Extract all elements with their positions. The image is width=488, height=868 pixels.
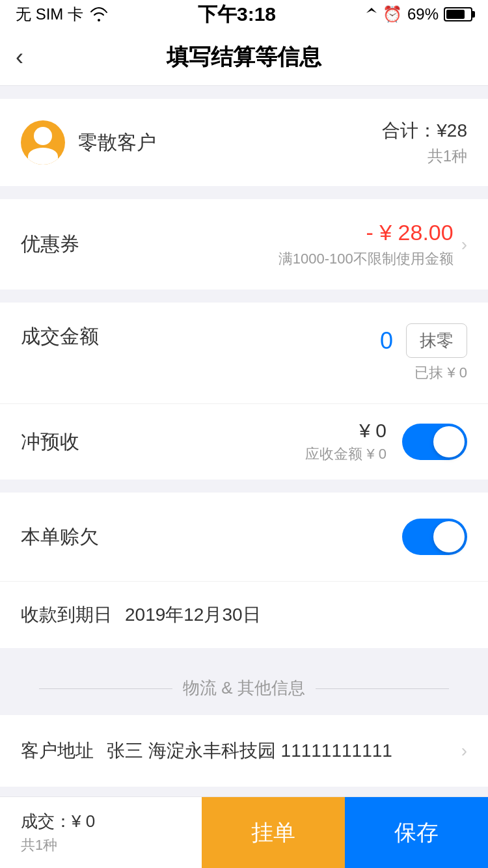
prepay-label: 冲预收: [21, 429, 79, 455]
wifi-icon: [90, 7, 108, 21]
deal-label: 成交金额: [21, 323, 99, 350]
location-icon: [366, 7, 377, 21]
prepay-amount: ¥ 0: [305, 420, 386, 442]
logistics-title: 物流 & 其他信息: [183, 678, 305, 698]
address-label: 客户地址: [21, 739, 94, 763]
due-date-value: 2019年12月30日: [125, 603, 261, 627]
page-title: 填写结算等信息: [167, 42, 321, 72]
credit-section: 本单赊欠 收款到期日 2019年12月30日: [0, 493, 488, 648]
no-sim-text: 无 SIM 卡: [16, 4, 83, 25]
coupon-row[interactable]: 优惠券 - ¥ 28.00 满1000-100不限制使用金额 ›: [0, 199, 488, 290]
back-button[interactable]: ‹: [16, 44, 23, 71]
already-zero-text: 已抹 ¥ 0: [354, 363, 467, 383]
bottom-deal-label: 成交：: [21, 811, 72, 831]
battery-percent: 69%: [407, 5, 439, 23]
total-count: 共1种: [382, 146, 467, 167]
prepay-receivable: 应收金额 ¥ 0: [305, 444, 386, 464]
status-right: ⏰ 69%: [366, 5, 472, 23]
deal-value-wrap: 0 抹零: [354, 323, 467, 358]
hang-order-button[interactable]: 挂单: [202, 797, 345, 869]
bottom-deal-amount: 成交：¥ 0: [21, 810, 181, 833]
deal-amount-row: 成交金额 0 抹零 已抹 ¥ 0: [0, 303, 488, 403]
logistics-text-wrap: 物流 & 其他信息: [172, 677, 316, 699]
due-date-label: 收款到期日: [21, 603, 112, 627]
address-row[interactable]: 客户地址 张三 海淀永丰科技园 11111111111 ›: [0, 715, 488, 787]
bottom-info: 成交：¥ 0 共1种: [0, 810, 202, 855]
credit-toggle-knob: [433, 521, 465, 552]
deal-amount-value[interactable]: 0: [354, 327, 393, 355]
bottom-bar: 成交：¥ 0 共1种 挂单 保存: [0, 796, 488, 868]
main-content: 零散客户 合计：¥28 共1种 优惠券 - ¥ 28.00 满1000-100不…: [0, 99, 488, 868]
battery-icon: [444, 7, 472, 21]
logistics-header: 物流 & 其他信息: [0, 661, 488, 715]
deal-section: 成交金额 0 抹零 已抹 ¥ 0 冲预收 ¥ 0 应收金额 ¥ 0: [0, 303, 488, 480]
status-time: 下午3:18: [198, 1, 276, 28]
credit-toggle[interactable]: [402, 519, 467, 555]
prepayment-row: 冲预收 ¥ 0 应收金额 ¥ 0: [0, 403, 488, 480]
customer-avatar: [21, 120, 65, 165]
address-chevron-icon: ›: [461, 740, 467, 761]
coupon-section[interactable]: 优惠券 - ¥ 28.00 满1000-100不限制使用金额 ›: [0, 199, 488, 290]
credit-label: 本单赊欠: [21, 524, 99, 550]
customer-name: 零散客户: [78, 129, 156, 156]
status-left: 无 SIM 卡: [16, 4, 108, 25]
status-bar: 无 SIM 卡 下午3:18 ⏰ 69%: [0, 0, 488, 29]
customer-row: 零散客户 合计：¥28 共1种: [0, 99, 488, 186]
nav-bar: ‹ 填写结算等信息: [0, 29, 488, 86]
customer-section: 零散客户 合计：¥28 共1种: [0, 99, 488, 186]
coupon-value-wrap: - ¥ 28.00 满1000-100不限制使用金额: [278, 220, 454, 269]
coupon-amount: - ¥ 28.00: [278, 220, 454, 245]
total-amount: 合计：¥28: [382, 118, 467, 143]
customer-left: 零散客户: [21, 120, 156, 165]
toggle-knob: [433, 426, 465, 457]
due-date-row: 收款到期日 2019年12月30日: [0, 581, 488, 648]
customer-summary: 合计：¥28 共1种: [382, 118, 467, 167]
coupon-desc: 满1000-100不限制使用金额: [278, 249, 454, 269]
coupon-label: 优惠券: [21, 231, 79, 258]
coupon-chevron-icon: ›: [461, 234, 467, 255]
address-value: 张三 海淀永丰科技园 11111111111: [107, 739, 461, 763]
bottom-count: 共1种: [21, 835, 181, 855]
coupon-value-right: - ¥ 28.00 满1000-100不限制使用金额 ›: [278, 220, 467, 269]
save-button[interactable]: 保存: [345, 797, 488, 869]
bottom-deal-value: ¥ 0: [72, 811, 95, 831]
prepayment-toggle[interactable]: [402, 424, 467, 460]
prepay-value: ¥ 0 应收金额 ¥ 0: [305, 420, 386, 464]
address-section[interactable]: 客户地址 张三 海淀永丰科技园 11111111111 ›: [0, 715, 488, 787]
credit-row: 本单赊欠: [0, 493, 488, 581]
alarm-icon: ⏰: [383, 5, 402, 23]
round-zero-button[interactable]: 抹零: [406, 323, 467, 358]
